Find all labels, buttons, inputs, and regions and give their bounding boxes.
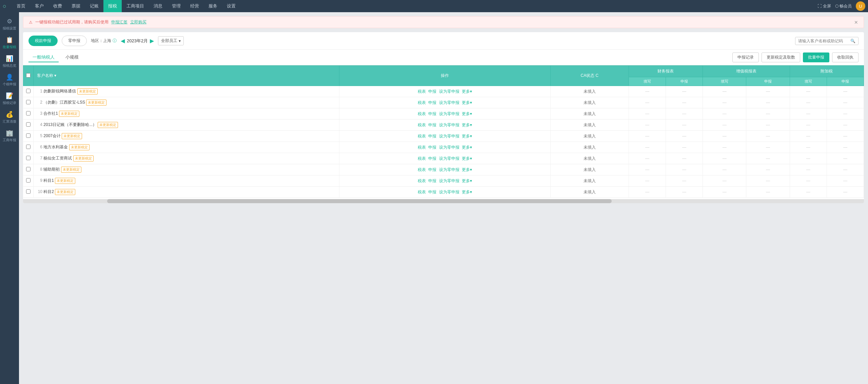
sidebar-item-tax-settings[interactable]: ⚙ 报税设置 (0, 15, 19, 34)
op-set-zero[interactable]: 设为零申报 (439, 123, 459, 127)
nav-charge[interactable]: 收费 (48, 0, 67, 12)
op-set-zero[interactable]: 设为零申报 (439, 100, 459, 105)
row-checkbox[interactable] (26, 178, 31, 183)
op-more[interactable]: 更多▾ (462, 123, 472, 127)
row-checkbox[interactable] (26, 145, 31, 149)
sidebar-item-annual-settle[interactable]: 💰 汇算清缴 (0, 108, 19, 127)
op-declare[interactable]: 申报 (428, 145, 436, 150)
tab-zero-declaration[interactable]: 零申报 (62, 36, 87, 46)
row-checkbox[interactable] (26, 100, 31, 104)
op-more[interactable]: 更多▾ (462, 178, 472, 183)
sidebar-item-batch-tax[interactable]: 📋 批量报税 (0, 34, 19, 52)
row-checkbox[interactable] (26, 89, 31, 93)
op-tax-table[interactable]: 税表 (418, 178, 426, 183)
banner-link-report[interactable]: 申报汇签 (111, 19, 127, 25)
op-more[interactable]: 更多▾ (462, 190, 472, 194)
op-declare[interactable]: 申报 (428, 156, 436, 161)
op-tax-table[interactable]: 税表 (418, 123, 426, 127)
op-declare[interactable]: 申报 (428, 123, 436, 127)
op-declare[interactable]: 申报 (428, 167, 436, 172)
op-set-zero[interactable]: 设为零申报 (439, 190, 459, 194)
op-set-zero[interactable]: 设为零申报 (439, 145, 459, 150)
op-tax-table[interactable]: 税表 (418, 156, 426, 161)
op-declare[interactable]: 申报 (428, 89, 436, 94)
row-checkbox[interactable] (26, 111, 31, 115)
surcharge-fill-cell: — (790, 86, 827, 97)
row-checkbox[interactable] (26, 156, 31, 160)
nav-commerce[interactable]: 工商项目 (122, 0, 149, 12)
op-more[interactable]: 更多▾ (462, 100, 472, 105)
op-declare[interactable]: 申报 (428, 190, 436, 194)
next-month-btn[interactable]: ▶ (150, 38, 154, 44)
nav-manage[interactable]: 管理 (167, 0, 185, 12)
nav-bookkeeping[interactable]: 记账 (85, 0, 103, 12)
type-tab-general[interactable]: 一般纳税人 (28, 53, 59, 62)
op-tax-table[interactable]: 税表 (418, 100, 426, 105)
nav-message[interactable]: 消息 (149, 0, 167, 12)
nav-operation[interactable]: 经营 (185, 0, 204, 12)
nav-tax[interactable]: 报税 (103, 0, 122, 12)
sidebar-item-tax-overview[interactable]: 📊 报税总览 (0, 52, 19, 71)
op-declare[interactable]: 申报 (428, 111, 436, 116)
fullscreen-btn[interactable]: ⛶ 全屏 (817, 3, 831, 9)
retrieve-receipt-btn[interactable]: 收取回执 (832, 52, 859, 62)
op-declare[interactable]: 申报 (428, 134, 436, 138)
update-data-btn[interactable]: 更新税定及取数 (762, 52, 800, 62)
nav-settings[interactable]: 设置 (222, 0, 240, 12)
op-set-zero[interactable]: 设为零申报 (439, 89, 459, 94)
select-all-checkbox[interactable] (26, 73, 31, 78)
vat-fill-cell: — (703, 142, 746, 153)
banner-close-btn[interactable]: ✕ (854, 20, 858, 25)
op-tax-table[interactable]: 税表 (418, 89, 426, 94)
op-declare[interactable]: 申报 (428, 100, 436, 105)
row-checkbox-cell (23, 142, 34, 153)
surcharge-fill-header: 填写 (790, 77, 827, 86)
op-tax-table[interactable]: 税表 (418, 145, 426, 150)
op-tax-table[interactable]: 税表 (418, 190, 426, 194)
sidebar-item-tax-record[interactable]: 📝 报税记录 (0, 89, 19, 108)
row-checkbox[interactable] (26, 167, 31, 171)
vat-declare-cell: — (746, 187, 790, 198)
sidebar-item-annual-report[interactable]: 🏢 工商年报 (0, 127, 19, 145)
op-set-zero[interactable]: 设为零申报 (439, 167, 459, 172)
financial-report-header: 财务报表 (629, 66, 703, 77)
horizontal-scrollbar[interactable] (23, 199, 864, 203)
scrollbar-thumb[interactable] (107, 199, 612, 203)
banner-link-buy[interactable]: 立即购买 (130, 19, 146, 25)
prev-month-btn[interactable]: ◀ (121, 38, 125, 44)
op-set-zero[interactable]: 设为零申报 (439, 178, 459, 183)
nav-service[interactable]: 服务 (204, 0, 222, 12)
op-more[interactable]: 更多▾ (462, 156, 472, 161)
search-input[interactable] (798, 39, 849, 43)
op-more[interactable]: 更多▾ (462, 111, 472, 116)
surcharge-declare-cell: — (827, 164, 864, 175)
op-more[interactable]: 更多▾ (462, 89, 472, 94)
row-checkbox[interactable] (26, 189, 31, 194)
staff-selector[interactable]: 全部员工 ▾ (158, 36, 184, 45)
op-more[interactable]: 更多▾ (462, 134, 472, 138)
row-checkbox[interactable] (26, 133, 31, 138)
client-name: 科目1 (43, 178, 54, 183)
nav-invoice[interactable]: 票据 (67, 0, 85, 12)
op-set-zero[interactable]: 设为零申报 (439, 111, 459, 116)
tab-tax-declaration[interactable]: 税款申报 (28, 36, 58, 46)
op-more[interactable]: 更多▾ (462, 167, 472, 172)
batch-declare-btn[interactable]: 批量申报 (803, 52, 829, 62)
surcharge-declare-cell: — (827, 97, 864, 108)
op-tax-table[interactable]: 税表 (418, 167, 426, 172)
op-set-zero[interactable]: 设为零申报 (439, 134, 459, 138)
op-more[interactable]: 更多▾ (462, 145, 472, 150)
type-tab-small[interactable]: 小规模 (61, 53, 83, 62)
nav-client[interactable]: 客户 (30, 0, 48, 12)
row-checkbox-cell (23, 120, 34, 131)
declaration-record-btn[interactable]: 申报记录 (732, 52, 759, 62)
row-checkbox[interactable] (26, 122, 31, 127)
op-tax-table[interactable]: 税表 (418, 111, 426, 116)
sidebar-item-personal-tax[interactable]: 👤 个税申报 (0, 71, 19, 89)
op-set-zero[interactable]: 设为零申报 (439, 156, 459, 161)
client-name-cell: 6 地方水利基金 未更新税定 (34, 142, 339, 153)
op-tax-table[interactable]: 税表 (418, 134, 426, 138)
op-declare[interactable]: 申报 (428, 178, 436, 183)
member-btn[interactable]: ⬡ 畅会员 (835, 3, 852, 9)
nav-home[interactable]: 首页 (12, 0, 30, 12)
